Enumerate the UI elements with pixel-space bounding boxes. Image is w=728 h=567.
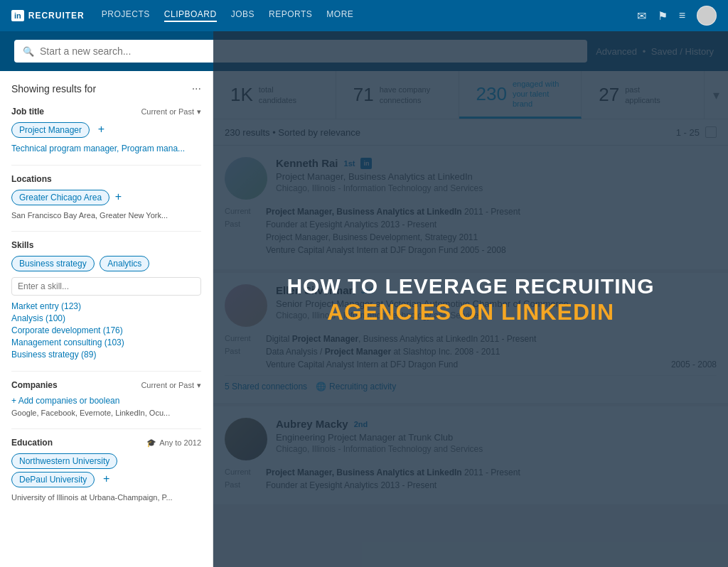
showing-results-label: Showing results for bbox=[11, 83, 96, 94]
companies-filter-type[interactable]: Current or Past ▾ bbox=[141, 381, 201, 390]
nav-links: PROJECTS CLIPBOARD JOBS REPORTS MORE bbox=[102, 9, 354, 22]
companies-filter: Companies Current or Past ▾ + Add compan… bbox=[11, 380, 201, 417]
overlay-content: HOW TO LEVERAGE RECRUITING AGENCIES ON L… bbox=[272, 259, 668, 340]
skill-links: Market entry (123) Analysis (100) Corpor… bbox=[11, 301, 201, 360]
logo[interactable]: in RECRUITER bbox=[11, 10, 85, 21]
skill-link-3[interactable]: Management consulting (103) bbox=[11, 338, 201, 347]
job-title-suggestions[interactable]: Technical program manager, Program mana.… bbox=[11, 144, 201, 153]
sidebar-header: Showing results for ··· bbox=[11, 82, 201, 95]
user-avatar[interactable] bbox=[697, 6, 717, 26]
nav-clipboard[interactable]: CLIPBOARD bbox=[164, 9, 217, 22]
edu-extra: University of Illinois at Urbana-Champai… bbox=[11, 493, 201, 502]
right-panel: 1K total candidates 71 have company conn… bbox=[213, 71, 728, 567]
overlay-title: HOW TO LEVERAGE RECRUITING bbox=[287, 274, 654, 299]
skill-link-1[interactable]: Analysis (100) bbox=[11, 313, 201, 323]
nav-reports[interactable]: REPORTS bbox=[269, 9, 312, 22]
skill-tag-0[interactable]: Business strategy bbox=[11, 256, 95, 271]
skill-link-0[interactable]: Market entry (123) bbox=[11, 301, 201, 311]
education-filter: Education 🎓 Any to 2012 Northwestern Uni… bbox=[11, 438, 201, 502]
location-extra: San Francisco Bay Area, Greater New York… bbox=[11, 211, 201, 220]
companies-extra: Google, Facebook, Evernote, LinkedIn, Oc… bbox=[11, 409, 201, 417]
skills-filter: Skills Business strategy Analytics Marke… bbox=[11, 240, 201, 360]
add-location-button[interactable]: + bbox=[115, 190, 122, 202]
locations-label: Locations bbox=[11, 174, 201, 184]
add-edu-button[interactable]: + bbox=[103, 472, 109, 485]
skill-link-4[interactable]: Business strategy (89) bbox=[11, 350, 201, 360]
skills-label: Skills bbox=[11, 240, 201, 250]
job-title-tags: Project Manager + bbox=[11, 122, 201, 141]
education-filter-range[interactable]: 🎓 Any to 2012 bbox=[146, 438, 201, 448]
edu-tag-0[interactable]: Northwestern University bbox=[11, 453, 117, 469]
companies-label: Companies Current or Past ▾ bbox=[11, 380, 201, 390]
sidebar: Showing results for ··· Job title Curren… bbox=[0, 71, 213, 567]
skill-input[interactable] bbox=[11, 277, 201, 296]
nav-projects[interactable]: PROJECTS bbox=[102, 9, 150, 22]
education-label: Education 🎓 Any to 2012 bbox=[11, 438, 201, 448]
search-icon: 🔍 bbox=[23, 46, 34, 57]
edu-tag-1[interactable]: DePaul University bbox=[11, 472, 95, 487]
job-title-label: Job title Current or Past ▾ bbox=[11, 107, 201, 117]
nav-right: ✉ ⚑ ≡ bbox=[637, 6, 717, 26]
messages-icon[interactable]: ✉ bbox=[637, 9, 646, 23]
overlay-subtitle: AGENCIES ON LINKEDIN bbox=[287, 299, 654, 325]
skill-tag-1[interactable]: Analytics bbox=[100, 256, 149, 271]
skill-tags: Business strategy Analytics bbox=[11, 256, 201, 274]
edu-tags: Northwestern University DePaul Universit… bbox=[11, 453, 201, 490]
li-icon: in bbox=[11, 10, 24, 21]
job-title-tag[interactable]: Project Manager bbox=[11, 122, 90, 138]
location-tag[interactable]: Greater Chicago Area bbox=[11, 190, 109, 205]
nav-more[interactable]: MORE bbox=[326, 9, 353, 22]
location-tags: Greater Chicago Area + bbox=[11, 190, 201, 208]
locations-filter: Locations Greater Chicago Area + San Fra… bbox=[11, 174, 201, 220]
top-navigation: in RECRUITER PROJECTS CLIPBOARD JOBS REP… bbox=[0, 0, 728, 31]
add-job-title-button[interactable]: + bbox=[98, 123, 105, 135]
job-title-filter: Job title Current or Past ▾ Project Mana… bbox=[11, 107, 201, 153]
job-title-filter-type[interactable]: Current or Past ▾ bbox=[141, 107, 201, 117]
nav-jobs[interactable]: JOBS bbox=[231, 9, 255, 22]
flag-icon[interactable]: ⚑ bbox=[658, 9, 668, 23]
main-content: Showing results for ··· Job title Curren… bbox=[0, 71, 728, 567]
recruiter-label: RECRUITER bbox=[28, 11, 85, 21]
skill-link-2[interactable]: Corporate development (176) bbox=[11, 325, 201, 335]
add-companies-button[interactable]: + Add companies or boolean bbox=[11, 396, 201, 406]
overlay: HOW TO LEVERAGE RECRUITING AGENCIES ON L… bbox=[213, 71, 728, 567]
sidebar-menu-button[interactable]: ··· bbox=[192, 82, 201, 95]
filters-icon[interactable]: ≡ bbox=[679, 9, 685, 22]
nav-left: in RECRUITER PROJECTS CLIPBOARD JOBS REP… bbox=[11, 9, 353, 22]
